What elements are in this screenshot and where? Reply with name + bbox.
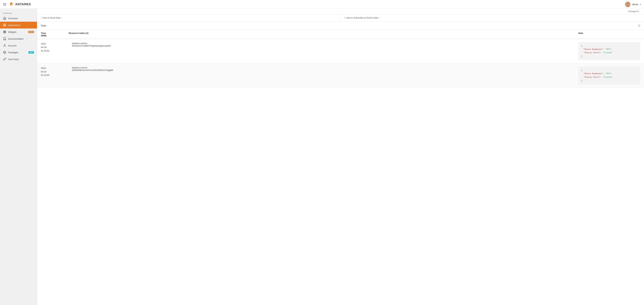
svg-rect-8	[5, 31, 6, 32]
data-cell-2: { "Alarm Keamanan": "OFF", "Status Pintu…	[575, 66, 640, 84]
svg-rect-6	[5, 26, 6, 26]
new-badge: New	[28, 51, 34, 54]
data-cell-1: { "Alarm Keamanan": "OFF", "Status Pintu…	[575, 42, 640, 60]
ext-link-send: ↗	[61, 17, 63, 19]
info-icon-subscribe: ℹ	[344, 16, 346, 19]
data-section-title: Data	[41, 24, 46, 27]
table-header: Time (WIB) Resource Index (ri) Data	[37, 30, 644, 39]
sidebar-item-packages[interactable]: Packages New	[0, 49, 37, 56]
sidebar-item-label: Documentation	[8, 38, 24, 40]
json-key-status-2: "Status Pintu"	[584, 76, 600, 78]
table-row: 2023- 04-16 01:16:40 /antares-cse/cin- Z…	[37, 63, 644, 88]
package-id-label: Package ID: -	[628, 10, 640, 12]
close-brace-1: }	[581, 55, 582, 57]
json-key-status-1: "Status Pintu"	[584, 52, 600, 54]
package-icon	[3, 51, 6, 54]
logo: ANTARES	[8, 2, 31, 7]
sidebar-item-account[interactable]: Account	[0, 42, 37, 49]
hamburger-button[interactable]	[3, 3, 6, 6]
avatar	[625, 2, 630, 7]
top-info-bar: Package ID: -	[37, 9, 644, 14]
sidebar-item-label: Widgets	[8, 31, 16, 33]
body-layout: GENERAL Overview Applications	[0, 9, 644, 305]
sidebar-section-label: GENERAL	[0, 11, 37, 15]
time-cell-2: 2023- 04-16 01:16:40	[41, 66, 69, 77]
svg-rect-3	[4, 24, 4, 25]
resource-cell-1: /antares-cse/cin- 3K02zzIXJYtaM9TCNgVKqu…	[69, 42, 575, 47]
navbar-left: ANTARES	[3, 2, 31, 7]
json-val-alarm-2: "OFF"	[605, 72, 611, 75]
json-key-alarm-1: "Alarm Keamanan"	[584, 48, 603, 50]
grid-icon	[3, 24, 6, 27]
navbar: ANTARES devan ▾	[0, 0, 644, 9]
svg-rect-5	[4, 26, 4, 26]
close-brace-2: }	[581, 80, 582, 82]
widgets-icon	[3, 30, 6, 34]
sidebar-item-user-keys[interactable]: User Keys	[0, 56, 37, 62]
json-val-status-1: "Closed"	[603, 52, 612, 54]
username: devan	[632, 3, 638, 6]
logo-text: ANTARES	[15, 2, 31, 6]
ext-link-subscribe: ↗	[379, 17, 380, 19]
howto-subscribe-label: How to Subscribe to Device Data	[346, 16, 378, 19]
col-time: Time (WIB)	[41, 32, 69, 37]
json-block-2: { "Alarm Keamanan": "OFF", "Status Pintu…	[578, 66, 640, 84]
open-brace-1: {	[581, 45, 582, 47]
ext-link-icon: ↗	[26, 38, 28, 40]
logo-icon	[8, 2, 14, 7]
time-cell-1: 2023- 04-16 01:16:52	[41, 42, 69, 52]
sidebar: GENERAL Overview Applications	[0, 9, 37, 305]
home-icon	[3, 17, 6, 20]
main-content: Package ID: - ℹ How to Send Data ↗ ℹ How…	[37, 9, 644, 305]
json-val-status-2: "Closed"	[603, 76, 612, 78]
svg-point-11	[4, 44, 5, 46]
sidebar-item-overview[interactable]: Overview	[0, 15, 37, 22]
sidebar-item-label: Account	[8, 44, 16, 47]
table-row: 2023- 04-16 01:16:52 /antares-cse/cin- 3…	[37, 39, 644, 63]
svg-rect-9	[4, 32, 5, 33]
sidebar-item-label: Overview	[8, 17, 18, 20]
navbar-right: devan ▾	[625, 2, 641, 7]
sidebar-item-documentation[interactable]: Documentation ↗	[0, 35, 37, 42]
sidebar-item-label: User Keys	[8, 58, 19, 60]
sidebar-item-label: Applications	[8, 24, 20, 26]
resource-cell-2: /antares-cse/cin- ZdBAWNkr4cnSHCr3mRcEE6…	[69, 66, 575, 71]
filter-icon[interactable]: ▽	[638, 24, 640, 28]
howto-send-data[interactable]: ℹ How to Send Data ↗	[37, 14, 341, 21]
howto-subscribe[interactable]: ℹ How to Subscribe to Device Data ↗	[341, 14, 644, 21]
user-dropdown-arrow[interactable]: ▾	[640, 3, 641, 6]
book-icon	[3, 37, 6, 40]
col-data: Data	[575, 32, 640, 37]
data-section-header: Data ▽	[37, 22, 644, 30]
svg-rect-4	[5, 24, 6, 25]
beta-badge: Beta	[28, 31, 34, 33]
sidebar-item-label: Packages	[8, 51, 18, 54]
json-val-alarm-1: "OFF"	[605, 48, 611, 50]
user-icon	[3, 44, 6, 47]
sidebar-item-widgets[interactable]: Widgets Beta	[0, 28, 37, 35]
svg-rect-7	[4, 31, 5, 32]
svg-rect-10	[5, 32, 6, 33]
open-brace-2: {	[581, 69, 582, 71]
howto-send-label: How to Send Data	[43, 16, 60, 19]
sidebar-item-applications[interactable]: Applications	[0, 22, 37, 28]
svg-point-2	[627, 3, 629, 5]
key-icon	[3, 58, 6, 61]
howto-bar: ℹ How to Send Data ↗ ℹ How to Subscribe …	[37, 14, 644, 22]
info-icon-send: ℹ	[41, 16, 42, 19]
col-resource-index: Resource Index (ri)	[69, 32, 575, 37]
json-key-alarm-2: "Alarm Keamanan"	[584, 72, 603, 75]
json-block-1: { "Alarm Keamanan": "OFF", "Status Pintu…	[578, 42, 640, 60]
